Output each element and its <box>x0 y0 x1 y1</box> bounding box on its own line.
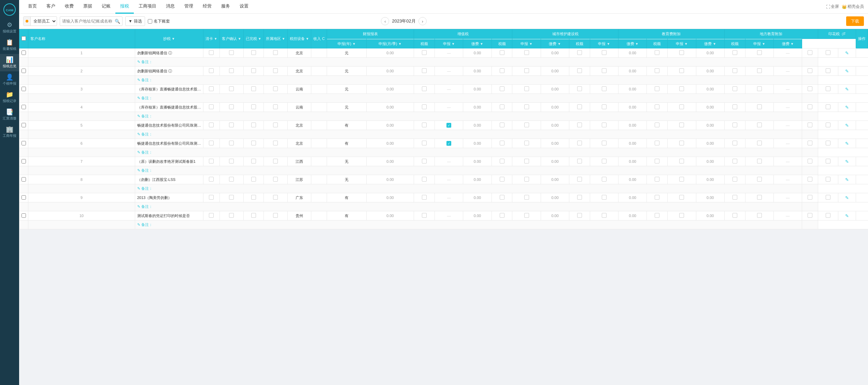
vat-jf-cell[interactable] <box>512 67 541 76</box>
vat-sb-cell[interactable] <box>492 157 512 166</box>
city-sb-cell[interactable] <box>569 48 590 58</box>
finance-year-cell[interactable] <box>414 157 435 166</box>
city-sb-cell[interactable] <box>569 211 590 220</box>
prev-month-button[interactable]: ‹ <box>381 17 389 25</box>
action-cell[interactable]: ✎ <box>838 211 856 220</box>
qingka-cell[interactable] <box>219 121 243 130</box>
city-jf-cell[interactable] <box>590 175 618 184</box>
edit-icon[interactable]: ✎ <box>845 123 849 128</box>
local-jf-cell[interactable] <box>745 67 773 76</box>
nav-industrial[interactable]: 工商项目 <box>134 0 161 14</box>
select-all-checkbox[interactable] <box>22 36 26 41</box>
kehuqueren-cell[interactable] <box>243 139 264 148</box>
qingka-cell[interactable] <box>219 67 243 76</box>
sidebar-item-geshuishenbao[interactable]: 👤 个税申报 <box>0 71 19 89</box>
search-icon[interactable]: 🔍 <box>115 19 120 24</box>
finance-year-cell[interactable] <box>414 67 435 76</box>
search-input[interactable] <box>62 19 113 24</box>
stamp-jf-cell[interactable] <box>818 48 838 58</box>
city-sb-cell[interactable] <box>569 85 590 94</box>
chaosui-cell[interactable] <box>203 85 219 94</box>
stamp-jf-cell[interactable] <box>818 103 838 112</box>
qingka-cell[interactable] <box>219 175 243 184</box>
qingka-cell[interactable] <box>219 211 243 220</box>
sidebar-item-piliangbaoshui[interactable]: 📋 批量报税 <box>0 37 19 54</box>
note-pencil-icon[interactable]: ✎ <box>137 114 140 118</box>
yiwansui-cell[interactable] <box>264 103 287 112</box>
kehuqueren-cell[interactable] <box>243 193 264 202</box>
edu-jf-cell[interactable] <box>668 193 696 202</box>
action-cell[interactable]: ✎ <box>838 175 856 184</box>
edu-sb-cell[interactable] <box>647 103 668 112</box>
chaosui-cell[interactable] <box>203 48 219 58</box>
note-pencil-icon[interactable]: ✎ <box>137 150 140 154</box>
nav-home[interactable]: 首页 <box>23 0 42 14</box>
action-cell[interactable]: ✎ <box>838 139 856 148</box>
city-jf-cell[interactable] <box>590 157 618 166</box>
stamp-sb-cell[interactable] <box>802 157 818 166</box>
vat-sb-cell[interactable] <box>492 67 512 76</box>
vat-jf-cell[interactable] <box>512 85 541 94</box>
vat-sb-cell[interactable] <box>492 121 512 130</box>
edit-icon[interactable]: ✎ <box>845 177 849 182</box>
action-cell[interactable]: ✎ <box>838 121 856 130</box>
note-pencil-icon[interactable]: ✎ <box>137 96 140 100</box>
vat-jf-cell[interactable] <box>512 48 541 58</box>
vat-jf-cell[interactable] <box>512 157 541 166</box>
local-sb-cell[interactable] <box>724 193 745 202</box>
sidebar-item-baoshuishezhi[interactable]: ⚙ 报税设置 <box>0 19 19 37</box>
kehuqueren-cell[interactable] <box>243 67 264 76</box>
local-jf-cell[interactable] <box>745 139 773 148</box>
next-month-button[interactable]: › <box>418 17 427 25</box>
finance-month-cell[interactable]: — <box>435 103 463 112</box>
member-btn[interactable]: 👑 稻壳会员 <box>842 4 864 10</box>
vat-jf-cell[interactable] <box>512 211 541 220</box>
edit-icon[interactable]: ✎ <box>845 195 849 200</box>
edu-sb-cell[interactable] <box>647 48 668 58</box>
nav-settings[interactable]: 设置 <box>235 0 253 14</box>
vat-sb-cell[interactable] <box>492 193 512 202</box>
local-jf-cell[interactable] <box>745 103 773 112</box>
sidebar-item-baoshuijilu[interactable]: 📁 报税记录 <box>0 89 19 106</box>
yiwansui-cell[interactable] <box>264 85 287 94</box>
stamp-jf-cell[interactable] <box>818 157 838 166</box>
finance-year-cell[interactable] <box>414 211 435 220</box>
filter-button[interactable]: ▼ 筛选 <box>125 16 145 26</box>
edu-jf-cell[interactable] <box>668 67 696 76</box>
accounts-checkbox[interactable] <box>148 19 152 24</box>
stamp-sb-cell[interactable] <box>802 211 818 220</box>
vat-jf-cell[interactable] <box>512 193 541 202</box>
finance-month-cell[interactable]: ✓ <box>435 121 463 130</box>
finance-month-cell[interactable]: — <box>435 211 463 220</box>
edu-jf-cell[interactable] <box>668 211 696 220</box>
action-cell[interactable]: ✎ <box>838 48 856 58</box>
stamp-sb-cell[interactable] <box>802 121 818 130</box>
fullscreen-btn[interactable]: ⛶ 全屏 <box>826 4 839 10</box>
edu-sb-cell[interactable] <box>647 157 668 166</box>
vat-sb-cell[interactable] <box>492 139 512 148</box>
local-jf-cell[interactable] <box>745 211 773 220</box>
local-jf-cell[interactable] <box>745 175 773 184</box>
city-sb-cell[interactable] <box>569 157 590 166</box>
edit-icon[interactable]: ✎ <box>845 69 849 74</box>
city-jf-cell[interactable] <box>590 103 618 112</box>
stamp-jf-cell[interactable] <box>818 67 838 76</box>
chaosui-cell[interactable] <box>203 193 219 202</box>
vat-sb-cell[interactable] <box>492 103 512 112</box>
nav-operation[interactable]: 经营 <box>198 0 216 14</box>
stamp-sb-cell[interactable] <box>802 103 818 112</box>
stamp-jf-cell[interactable] <box>818 85 838 94</box>
finance-year-cell[interactable] <box>414 48 435 58</box>
note-pencil-icon[interactable]: ✎ <box>137 168 140 172</box>
stamp-sb-cell[interactable] <box>802 85 818 94</box>
row-checkbox[interactable] <box>22 69 26 73</box>
finance-year-cell[interactable] <box>414 139 435 148</box>
vat-jf-cell[interactable] <box>512 103 541 112</box>
note-pencil-icon[interactable]: ✎ <box>137 132 140 136</box>
download-button[interactable]: 下载 <box>846 16 864 26</box>
qingka-cell[interactable] <box>219 85 243 94</box>
chaosui-cell[interactable] <box>203 121 219 130</box>
kehuqueren-cell[interactable] <box>243 211 264 220</box>
yiwansui-cell[interactable] <box>264 121 287 130</box>
chaosui-cell[interactable] <box>203 175 219 184</box>
